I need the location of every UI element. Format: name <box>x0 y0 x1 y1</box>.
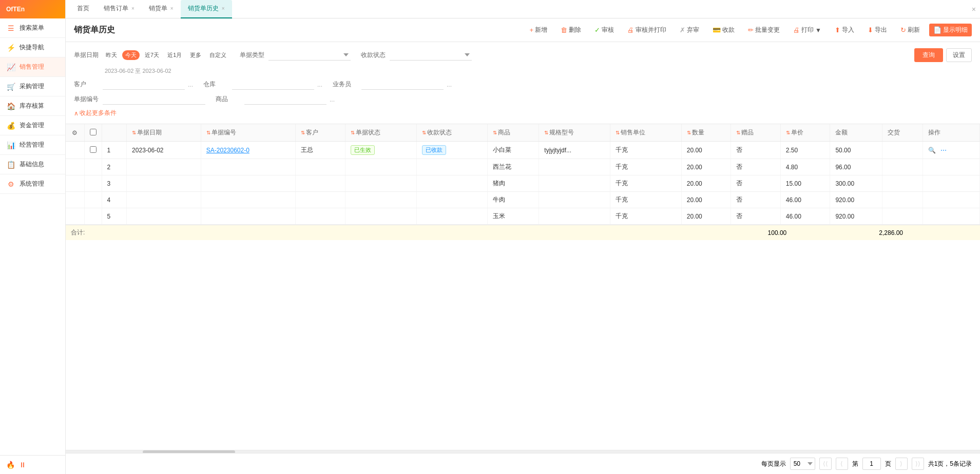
page-label: 第 <box>852 460 858 468</box>
th-spec[interactable]: ⇅规格型号 <box>539 124 610 142</box>
th-pay-status[interactable]: ⇅收款状态 <box>416 124 488 142</box>
td-checkbox[interactable] <box>84 208 102 225</box>
batch-change-button[interactable]: ✏ 批量变更 <box>744 24 784 36</box>
sidebar-item-search-menu[interactable]: ☰ 搜索菜单 <box>0 18 65 38</box>
th-checkbox[interactable] <box>84 124 102 142</box>
sidebar-item-purchase[interactable]: 🛒 采购管理 <box>0 77 65 96</box>
td-checkbox[interactable] <box>84 159 102 175</box>
delete-button[interactable]: 🗑 删除 <box>556 24 585 36</box>
td-row-no: 1 <box>102 142 127 159</box>
goods-dots[interactable]: ... <box>330 96 335 103</box>
td-doc-no[interactable] <box>201 208 295 225</box>
sidebar-item-sales[interactable]: 📈 销售管理 <box>0 57 65 77</box>
tab-sales-order[interactable]: 销售订单 × <box>97 0 142 18</box>
row-checkbox[interactable] <box>90 146 97 153</box>
tab-sales-history[interactable]: 销货单历史 × <box>181 0 232 18</box>
th-unit-price[interactable]: ⇅单价 <box>780 124 830 142</box>
page-input[interactable] <box>862 458 881 470</box>
sidebar-item-system[interactable]: ⚙ 系统管理 <box>0 174 65 194</box>
sidebar-item-operations[interactable]: 📊 经营管理 <box>0 135 65 155</box>
warehouse-input[interactable] <box>232 79 314 90</box>
sidebar-item-basic-info[interactable]: 📋 基础信息 <box>0 155 65 174</box>
date-btn-7days[interactable]: 近7天 <box>142 50 162 60</box>
th-goods[interactable]: ⇅商品 <box>488 124 539 142</box>
th-unit[interactable]: ⇅销售单位 <box>610 124 682 142</box>
pause-icon[interactable]: ⏸ <box>19 461 26 469</box>
sort-icon: ⇅ <box>736 130 740 135</box>
tab-sales-goods[interactable]: 销货单 × <box>142 0 181 18</box>
customer-filter: 客户 ... <box>74 79 193 90</box>
doc-type-select[interactable] <box>268 50 351 61</box>
collect-button[interactable]: 💳 收款 <box>708 24 739 36</box>
add-button[interactable]: + 新增 <box>526 24 552 36</box>
salesperson-dots[interactable]: ... <box>447 81 452 88</box>
goods-label: 商品 <box>216 95 241 104</box>
th-gear[interactable]: ⚙ <box>66 124 84 142</box>
th-doc-status[interactable]: ⇅单据状态 <box>345 124 416 142</box>
audit-print-button[interactable]: 🖨 审核并打印 <box>623 24 670 36</box>
th-doc-no-label: 单据编号 <box>212 129 236 136</box>
last-page-btn[interactable]: ⟩⟩ <box>912 458 924 470</box>
th-doc-date[interactable]: ⇅单据日期 <box>127 124 201 142</box>
td-checkbox[interactable] <box>84 192 102 208</box>
tab-close-icon[interactable]: × <box>222 6 225 11</box>
prev-page-btn[interactable]: ⟨ <box>836 458 848 470</box>
tabs-close-btn[interactable]: × <box>972 5 976 13</box>
doc-no-input[interactable] <box>103 94 205 105</box>
export-button[interactable]: ⬇ 导出 <box>863 24 891 36</box>
customer-label: 客户 <box>74 80 100 89</box>
th-doc-status-label: 单据状态 <box>356 129 380 136</box>
doc-no-link[interactable]: SA-20230602-0 <box>206 147 249 154</box>
date-btn-today[interactable]: 今天 <box>122 50 140 60</box>
td-doc-no[interactable] <box>201 175 295 192</box>
date-btn-yesterday[interactable]: 昨天 <box>103 50 120 60</box>
add-icon: + <box>530 26 534 34</box>
td-doc-no[interactable]: SA-20230602-0 <box>201 142 295 159</box>
td-amount: 920.00 <box>830 192 882 208</box>
audit-button[interactable]: ✓ 审核 <box>590 24 618 36</box>
collapse-btn[interactable]: ∧ 收起更多条件 <box>74 109 972 117</box>
date-btn-1month[interactable]: 近1月 <box>164 50 185 60</box>
th-customer[interactable]: ⇅客户 <box>296 124 345 142</box>
th-quantity[interactable]: ⇅数量 <box>681 124 731 142</box>
date-btn-custom[interactable]: 自定义 <box>206 50 229 60</box>
setting-button[interactable]: 设置 <box>946 48 972 62</box>
th-amount: 金额 <box>830 124 882 142</box>
sort-icon: ⇅ <box>206 130 210 135</box>
customer-dots[interactable]: ... <box>188 81 193 88</box>
discard-button[interactable]: ✗ 弃审 <box>676 24 703 36</box>
customer-input[interactable] <box>103 79 185 90</box>
next-page-btn[interactable]: ⟩ <box>895 458 908 470</box>
td-doc-no[interactable] <box>201 192 295 208</box>
per-page-select[interactable]: 50 20 100 <box>790 458 815 470</box>
th-gift[interactable]: ⇅赠品 <box>731 124 781 142</box>
tab-close-icon[interactable]: × <box>170 6 174 11</box>
td-checkbox[interactable] <box>84 175 102 192</box>
tab-home[interactable]: 首页 <box>70 0 97 18</box>
date-btn-more[interactable]: 更多 <box>187 50 204 60</box>
print-button[interactable]: 🖨 打印 ▼ <box>789 24 825 36</box>
view-action-btn[interactable]: 🔍 <box>928 147 936 154</box>
first-page-btn[interactable]: ⟨⟨ <box>819 458 832 470</box>
select-all-checkbox[interactable] <box>90 129 97 135</box>
more-action-btn[interactable]: ⋯ <box>940 147 947 154</box>
table-body: 1 2023-06-02 SA-20230602-0 王总 已生效 已收款 小白… <box>66 142 980 225</box>
fire-icon[interactable]: 🔥 <box>6 461 15 469</box>
tab-close-icon[interactable]: × <box>131 6 134 11</box>
goods-input[interactable] <box>244 94 326 105</box>
query-button[interactable]: 查询 <box>914 48 943 62</box>
refresh-button[interactable]: ↻ 刷新 <box>896 24 924 36</box>
sidebar-item-finance[interactable]: 💰 资金管理 <box>0 116 65 135</box>
salesperson-input[interactable] <box>361 79 444 90</box>
warehouse-dots[interactable]: ... <box>317 81 322 88</box>
td-doc-no[interactable] <box>201 159 295 175</box>
sidebar-item-quick-nav[interactable]: ⚡ 快捷导航 <box>0 38 65 57</box>
th-doc-no[interactable]: ⇅单据编号 <box>201 124 295 142</box>
td-checkbox[interactable] <box>84 142 102 159</box>
pay-status-select[interactable] <box>390 50 472 61</box>
sidebar-item-inventory[interactable]: 🏠 库存核算 <box>0 96 65 116</box>
sort-icon: ⇅ <box>422 130 426 135</box>
show-detail-button[interactable]: 📄 显示明细 <box>929 24 972 36</box>
tab-home-label: 首页 <box>77 4 89 13</box>
import-button[interactable]: ⬆ 导入 <box>831 24 858 36</box>
